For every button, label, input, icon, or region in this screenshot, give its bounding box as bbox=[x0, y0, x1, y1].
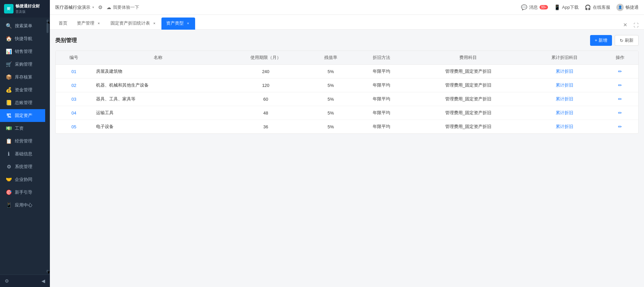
sidebar-item-payroll[interactable]: 💵 工资 bbox=[0, 122, 45, 135]
tab-home[interactable]: 首页 bbox=[54, 18, 72, 30]
data-table: 编号 名称 使用期限（月） 残值率 折旧方法 费用科目 累计折旧科目 操作 01… bbox=[55, 51, 639, 134]
tab-expand-icon[interactable]: ⛶ bbox=[632, 21, 640, 29]
sidebar-item-operations[interactable]: 📋 经营管理 bbox=[0, 135, 45, 148]
settings-icon[interactable]: ⚙ bbox=[5, 278, 9, 284]
cell-method: 年限平均 bbox=[354, 78, 409, 92]
tab-fixed-asset-depreciation[interactable]: 固定资产折旧统计表 × bbox=[106, 18, 161, 30]
sidebar-nav: 🔍 搜索菜单 🏠 快捷导航 📊 销售管理 🛒 采购管理 📦 库存核算 💰 资金管… bbox=[0, 18, 45, 214]
cell-name: 电子设备 bbox=[92, 120, 223, 134]
nav-icon-fixed-assets: 🏗 bbox=[5, 113, 12, 119]
sidebar-item-quick-nav[interactable]: 🏠 快捷导航 bbox=[0, 32, 45, 45]
scroll-thumb[interactable] bbox=[47, 23, 49, 33]
category-table: 编号 名称 使用期限（月） 残值率 折旧方法 费用科目 累计折旧科目 操作 01… bbox=[56, 51, 638, 133]
app-download-action[interactable]: 📱 App下载 bbox=[554, 4, 579, 10]
new-button[interactable]: + 新增 bbox=[590, 35, 612, 46]
cell-method: 年限平均 bbox=[354, 92, 409, 106]
table-header-row: 编号 名称 使用期限（月） 残值率 折旧方法 费用科目 累计折旧科目 操作 bbox=[56, 51, 638, 65]
col-id: 编号 bbox=[56, 51, 92, 65]
tab-asset-type[interactable]: 资产类型 × bbox=[161, 18, 195, 30]
cell-expense: 管理费用_固定资产折旧 bbox=[409, 120, 527, 134]
cell-method: 年限平均 bbox=[354, 106, 409, 120]
table-row: 03 器具、工具、家具等 60 5% 年限平均 管理费用_固定资产折旧 累计折旧… bbox=[56, 92, 638, 106]
messages-label: 消息 bbox=[529, 4, 538, 10]
tab-asset-management-label: 资产管理 bbox=[77, 20, 94, 26]
cell-action[interactable]: ✏ bbox=[602, 106, 638, 120]
nav-icon-payroll: 💵 bbox=[5, 125, 12, 131]
selector-arrow-icon: ▾ bbox=[92, 5, 94, 9]
user-area[interactable]: 👤 畅捷通 bbox=[616, 4, 639, 11]
cell-action[interactable]: ✏ bbox=[602, 65, 638, 78]
cell-expense: 管理费用_固定资产折旧 bbox=[409, 106, 527, 120]
cell-action[interactable]: ✏ bbox=[602, 78, 638, 92]
messages-badge: 99+ bbox=[540, 5, 548, 9]
company-selector[interactable]: 医疗器械行业演示 ▾ bbox=[55, 4, 94, 10]
tabbar-actions: ✕ ⛶ bbox=[622, 21, 640, 29]
col-residual: 残值率 bbox=[308, 51, 354, 65]
sidebar-item-purchase[interactable]: 🛒 采购管理 bbox=[0, 58, 45, 71]
edit-icon[interactable]: ✏ bbox=[618, 124, 622, 129]
tab-close-window-icon[interactable]: ✕ bbox=[622, 21, 629, 29]
sidebar-nav-area: 🔍 搜索菜单 🏠 快捷导航 📊 销售管理 🛒 采购管理 📦 库存核算 💰 资金管… bbox=[0, 18, 45, 275]
nav-label-inventory: 库存核算 bbox=[15, 74, 32, 80]
edit-icon[interactable]: ✏ bbox=[618, 110, 622, 116]
cell-action[interactable]: ✏ bbox=[602, 92, 638, 106]
sidebar-item-app-center[interactable]: 📱 应用中心 bbox=[0, 199, 45, 212]
cell-period: 48 bbox=[224, 106, 308, 120]
topbar-settings-icon[interactable]: ⚙ bbox=[98, 4, 102, 10]
table-header: 编号 名称 使用期限（月） 残值率 折旧方法 费用科目 累计折旧科目 操作 bbox=[56, 51, 638, 65]
tab-asset-management-close[interactable]: × bbox=[96, 21, 101, 26]
collapse-icon[interactable]: ◀ bbox=[41, 278, 45, 284]
col-name: 名称 bbox=[92, 51, 223, 65]
col-accumulated: 累计折旧科目 bbox=[527, 51, 602, 65]
nav-icon-quick-nav: 🏠 bbox=[5, 36, 12, 42]
sidebar-footer: ⚙ ◀ bbox=[0, 275, 50, 287]
main-container: 医疗器械行业演示 ▾ ⚙ ☁ 我要体验一下 💬 消息 99+ 📱 App下载 🎧… bbox=[50, 0, 644, 287]
cell-residual: 5% bbox=[308, 92, 354, 106]
sidebar-item-basic-info[interactable]: ℹ 基础信息 bbox=[0, 148, 45, 160]
cell-name: 房屋及建筑物 bbox=[92, 65, 223, 78]
cell-name: 器具、工具、家具等 bbox=[92, 92, 223, 106]
cloud-icon: ☁ bbox=[106, 5, 111, 10]
cell-name: 运输工具 bbox=[92, 106, 223, 120]
tab-asset-management[interactable]: 资产管理 × bbox=[72, 18, 106, 30]
page-title: 类别管理 bbox=[55, 37, 77, 44]
online-service-action[interactable]: 🎧 在线客服 bbox=[585, 4, 610, 10]
cell-method: 年限平均 bbox=[354, 120, 409, 134]
experience-button[interactable]: ☁ 我要体验一下 bbox=[106, 4, 139, 10]
refresh-button[interactable]: ↻ 刷新 bbox=[615, 35, 639, 46]
cell-residual: 5% bbox=[308, 78, 354, 92]
user-name: 畅捷通 bbox=[625, 4, 639, 10]
edit-icon[interactable]: ✏ bbox=[618, 96, 622, 102]
messages-action[interactable]: 💬 消息 99+ bbox=[521, 4, 548, 10]
sidebar: 财 畅捷通好业财 普及版 🔍 搜索菜单 🏠 快捷导航 📊 销售管理 🛒 采购管理… bbox=[0, 0, 50, 287]
scroll-up-arrow[interactable]: ▲ bbox=[47, 20, 49, 22]
sidebar-item-sales[interactable]: 📊 销售管理 bbox=[0, 45, 45, 58]
cell-action[interactable]: ✏ bbox=[602, 120, 638, 134]
sidebar-item-search[interactable]: 🔍 搜索菜单 bbox=[0, 20, 45, 32]
new-button-label: + 新增 bbox=[595, 37, 607, 43]
table-row: 04 运输工具 48 5% 年限平均 管理费用_固定资产折旧 累计折旧 ✏ bbox=[56, 106, 638, 120]
edit-icon[interactable]: ✏ bbox=[618, 69, 622, 74]
service-icon: 🎧 bbox=[585, 4, 591, 10]
nav-icon-inventory: 📦 bbox=[5, 74, 12, 80]
nav-icon-search: 🔍 bbox=[5, 23, 12, 29]
scroll-down-arrow[interactable]: ▼ bbox=[47, 270, 49, 273]
nav-label-ledger: 总账管理 bbox=[15, 100, 32, 106]
cell-accumulated: 累计折旧 bbox=[527, 78, 602, 92]
sidebar-item-ledger[interactable]: 📒 总账管理 bbox=[0, 96, 45, 109]
sidebar-item-system[interactable]: ⚙ 系统管理 bbox=[0, 160, 45, 173]
sidebar-item-guide[interactable]: 🎯 新手引导 bbox=[0, 186, 45, 199]
edit-icon[interactable]: ✏ bbox=[618, 83, 622, 88]
sidebar-item-inventory[interactable]: 📦 库存核算 bbox=[0, 71, 45, 84]
sidebar-item-enterprise[interactable]: 🤝 企业协同 bbox=[0, 173, 45, 186]
tab-depreciation-close[interactable]: × bbox=[152, 21, 157, 26]
sidebar-item-fixed-assets[interactable]: 🏗 固定资产 bbox=[0, 109, 45, 122]
nav-label-search: 搜索菜单 bbox=[15, 23, 32, 29]
section-header: 类别管理 + 新增 ↻ 刷新 bbox=[55, 35, 639, 46]
col-expense: 费用科目 bbox=[409, 51, 527, 65]
app-download-label: App下载 bbox=[562, 4, 579, 10]
tab-asset-type-close[interactable]: × bbox=[186, 21, 190, 26]
sidebar-item-capital[interactable]: 💰 资金管理 bbox=[0, 84, 45, 96]
cell-id: 03 bbox=[56, 92, 92, 106]
nav-label-basic-info: 基础信息 bbox=[15, 151, 32, 157]
